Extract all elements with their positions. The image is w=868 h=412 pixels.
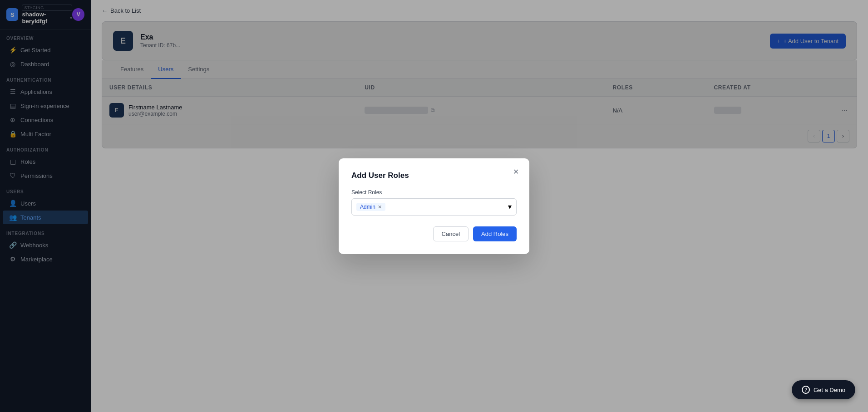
admin-role-label: Admin bbox=[360, 204, 375, 210]
get-demo-label: Get a Demo bbox=[814, 387, 845, 393]
modal-title: Add User Roles bbox=[351, 171, 517, 180]
select-roles-label: Select Roles bbox=[351, 189, 517, 196]
modal-close-button[interactable]: ✕ bbox=[510, 167, 521, 177]
demo-icon: ? bbox=[802, 386, 810, 394]
dropdown-chevron-icon: ▾ bbox=[508, 202, 512, 211]
admin-role-tag: Admin ✕ bbox=[356, 203, 385, 211]
modal-actions: Cancel Add Roles bbox=[351, 226, 517, 241]
roles-select-dropdown[interactable]: Admin ✕ ▾ bbox=[351, 198, 517, 216]
remove-role-button[interactable]: ✕ bbox=[378, 204, 382, 210]
add-roles-button[interactable]: Add Roles bbox=[473, 226, 517, 241]
add-user-roles-modal: Add User Roles ✕ Select Roles Admin ✕ ▾ … bbox=[339, 158, 529, 254]
modal-overlay: Add User Roles ✕ Select Roles Admin ✕ ▾ … bbox=[91, 0, 868, 412]
get-demo-button[interactable]: ? Get a Demo bbox=[792, 380, 855, 399]
selected-roles: Admin ✕ bbox=[356, 202, 385, 211]
cancel-button[interactable]: Cancel bbox=[433, 226, 469, 241]
main-content: ← Back to List E Exa Tenant ID: 67b... +… bbox=[91, 0, 868, 412]
